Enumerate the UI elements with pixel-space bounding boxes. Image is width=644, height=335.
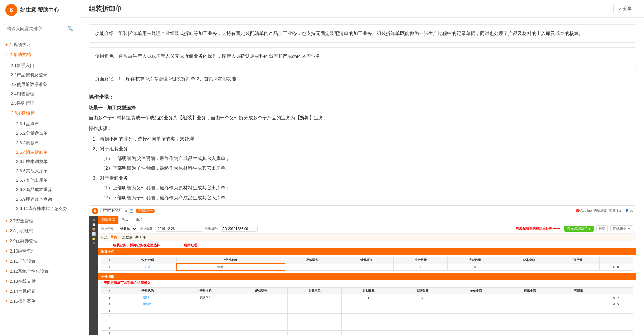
screenshot-sidebar-icon-3[interactable]: 📦	[92, 228, 96, 231]
sidebar-item-other-in[interactable]: 2.6.6其他入库单	[0, 166, 80, 176]
child-row2-copy[interactable]: ⊕	[613, 303, 616, 306]
search-area: 🔍	[0, 20, 80, 37]
screenshot-sidebar-icon-4[interactable]: 📊	[92, 232, 96, 236]
screenshot-form-row1: 单据类型 组装单 拆卸单 单据日期 单据编号 有装配清单的在这里处理 —— 选择…	[98, 224, 636, 234]
screenshot-body: ⊞ 📋 📦 📊 📁 ⚙ 新增单据 列表 审核	[89, 216, 636, 335]
child-row2-delete[interactable]: ✕	[617, 303, 620, 306]
sidebar-item-settings[interactable]: + 2.12系统个性化设置	[0, 266, 80, 276]
screenshot-brand: 6	[92, 208, 98, 214]
share-icon: ↗	[618, 6, 622, 11]
logo-icon: 6	[5, 4, 17, 16]
sidebar-item-transfer[interactable]: 2.6.3调拨单	[0, 138, 80, 148]
search-box: 🔍	[4, 24, 76, 33]
sidebar-item-print[interactable]: + 2.11打印设置	[0, 256, 80, 266]
child-cell-2-code: 物料2	[118, 301, 176, 308]
sidebar-item-inventory[interactable]: − 2.6库存核算	[0, 108, 80, 118]
child-col-price: 单价金额	[449, 288, 503, 294]
sidebar-item-newbie[interactable]: 2.1新手入门	[0, 61, 80, 70]
assembly-step-1: （1）上部明细为父件明细，最终作为产成品生成其它入库单；	[101, 154, 636, 163]
sidebar-item-inventory-check2[interactable]: 2.6.2分量盘点单	[0, 129, 80, 138]
form-date-input[interactable]	[156, 226, 202, 232]
assembly-step-2: （2）下部明细为子件明细，最终作为原材料生成其它出库单。	[101, 164, 636, 172]
sidebar-item-data-prep[interactable]: 2.3使用前数据准备	[0, 80, 80, 89]
sidebar: 6 好生意 帮助中心 🔍 + 1.视频学习 − 2.帮助文档 2.1新手入门 2…	[0, 0, 80, 335]
parent-row-copy-icon[interactable]: ⊕	[613, 265, 616, 269]
child-col-name: *子件名称	[176, 288, 234, 294]
expand-icon-29: +	[5, 239, 8, 243]
sidebar-item-faq[interactable]: + 2.14常见问题	[0, 286, 80, 296]
form-type-select[interactable]: 组装单 拆卸单	[117, 226, 137, 232]
screenshot-sidebar-icon-1[interactable]: ⊞	[92, 218, 95, 222]
screenshot-green-btn: 功能截图一	[136, 209, 155, 213]
screenshot-user: 👤 cc	[625, 209, 633, 213]
sidebar-item-install[interactable]: 2.2产品安装及登录	[0, 70, 80, 80]
form-bill-input[interactable]	[221, 226, 258, 232]
sidebar-item-finance[interactable]: + 2.7资金管理	[0, 216, 80, 226]
screenshot-tab-list[interactable]: 列表	[119, 216, 132, 224]
child-cell-1-op: ⊕ ✕	[600, 294, 633, 301]
expand-icon-214: +	[5, 289, 8, 294]
screenshot-sidebar-icon-6[interactable]: ⚙	[92, 242, 95, 245]
sidebar-item-help-docs[interactable]: − 2.帮助文档	[0, 50, 80, 60]
child-col-no: #	[101, 288, 118, 294]
parent-row-delete-icon[interactable]: ✕	[616, 265, 619, 269]
screenshot-tabs: 新增单据 列表 审核	[98, 216, 636, 224]
child-cell-2-price	[449, 301, 503, 308]
screenshot-tab-new[interactable]: 新增单据	[98, 216, 119, 224]
sidebar-item-coupon[interactable]: + 2.9优惠券管理	[0, 236, 80, 246]
sidebar-section-27-label: 2.7资金管理	[10, 218, 33, 224]
child-row-3: 3	[101, 308, 633, 314]
sidebar-item-mobile[interactable]: + 2.8手机旺铺	[0, 226, 80, 236]
form-other-btn[interactable]: 其他来单 ▼	[610, 225, 633, 232]
form-submit-btn[interactable]: 提交	[596, 225, 608, 232]
sidebar-item-stock-ledger[interactable]: 2.6.9库存账本查询	[0, 194, 80, 204]
screenshot-sidebar-icon-2[interactable]: 📋	[92, 223, 96, 226]
parent-col-done: 完成数量	[448, 257, 502, 264]
step-3: 3、对于拆卸业务	[93, 174, 636, 182]
screenshot-manual-annotation: ↑ 无固定清单可以手动在这里录入	[98, 280, 636, 286]
child-row1-copy[interactable]: ⊕	[613, 296, 616, 299]
path-intro-text: 页面路径：1、库存核算->库存管理->组装拆卸单 2、首页->常用功能	[95, 76, 236, 81]
sidebar-item-payment[interactable]: + 2.13在线支付	[0, 276, 80, 286]
share-button[interactable]: ↗ 分享	[613, 4, 636, 13]
search-input[interactable]	[7, 26, 67, 31]
sidebar-item-cost-recalc[interactable]: 2.6.8商品成本重算	[0, 185, 80, 194]
sidebar-item-management[interactable]: + 2.10经营管理	[0, 246, 80, 256]
child-col-unit: 计量单位	[288, 288, 341, 294]
sidebar-item-cases[interactable]: + 2.15操作案例	[0, 296, 80, 306]
child-col-plan: 计划数量	[341, 288, 395, 294]
parent-name-input[interactable]	[217, 265, 244, 269]
screenshot-gear-icon: ⚙	[124, 209, 127, 213]
sidebar-item-stock-error[interactable]: 2.6.10库存账本错了怎么办	[0, 204, 80, 213]
child-cell-1-no: 1	[101, 294, 118, 301]
function-intro-text: 功能介绍：组装拆卸单用来处理企业组装或拆卸等加工业务，支持有固定装配清单的产品加…	[95, 31, 583, 36]
child-cell-1-actual: 0	[395, 294, 449, 301]
screenshot-tab-review[interactable]: 审核	[132, 216, 146, 224]
sidebar-item-cost-adjust[interactable]: 2.6.5成本调整单	[0, 157, 80, 166]
sidebar-item-assembly[interactable]: 2.6.4组装拆卸单	[0, 148, 80, 157]
sidebar-item-purchase[interactable]: 2.5采购管理	[0, 99, 80, 108]
sidebar-section-26-label: 2.6库存核算	[11, 110, 35, 116]
screenshot-sub-orange-bar: 子件明细	[98, 273, 636, 280]
nav-sub-2: 2.1新手入门 2.2产品安装及登录 2.3使用前数据准备 2.4销售管理 2.…	[0, 60, 80, 216]
sidebar-item-videos[interactable]: + 1.视频学习	[0, 40, 80, 50]
sidebar-item-inventory-check[interactable]: 2.6.1盘点单	[0, 119, 80, 129]
sidebar-section-215-label: 2.15操作案例	[10, 298, 36, 304]
parent-cell-avail	[556, 264, 599, 270]
step-1: 1、根据不同的业务，选择不同单据的类型来处理	[93, 135, 636, 143]
screenshot-topbar-right: 🔴 AppTap 店铺橱窗 帮助中心 👤 cc	[576, 209, 633, 213]
annotation-enable: ↑ 启用处理	[181, 243, 198, 247]
disassembly-step-1: （1）上部明细为父件明细，最终作为原材料生成其它出库单；	[101, 184, 636, 192]
scene1-heading: 场景一：加工类型选择	[89, 105, 636, 111]
sidebar-item-other-out[interactable]: 2.6.7其他出库单	[0, 176, 80, 185]
search-icon[interactable]: 🔍	[67, 26, 73, 31]
expand-icon-213: +	[5, 279, 8, 284]
logo-area: 6 好生意 帮助中心	[0, 0, 80, 20]
expand-icon-2: −	[5, 52, 8, 57]
child-col-op	[600, 288, 633, 294]
child-row1-delete[interactable]: ✕	[617, 296, 620, 299]
screenshot-sidebar-icon-5[interactable]: 📁	[92, 237, 96, 240]
form-bom-select-btn[interactable]: 选择BOM清单▼	[564, 226, 594, 232]
sidebar-item-sales[interactable]: 2.4销售管理	[0, 89, 80, 99]
scene1-intro: 当由多个子件材料组装成一个成品的业务为【组装】业务，当由一个父件拆分成多个子产品…	[89, 114, 636, 122]
